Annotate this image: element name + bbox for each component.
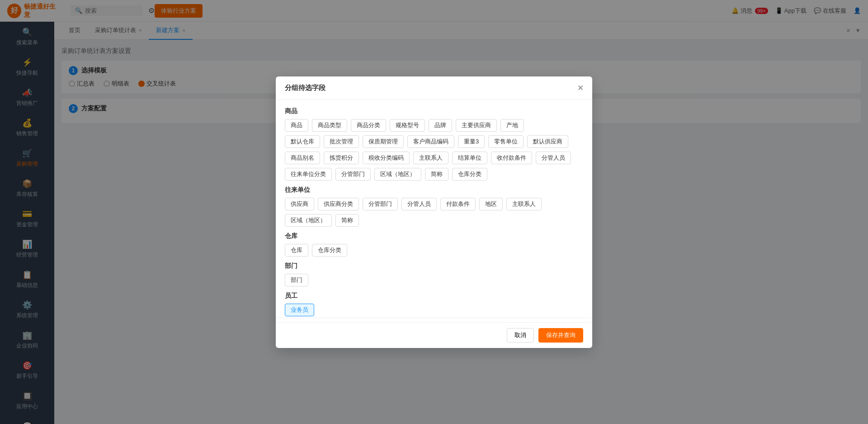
field-from-unit-category[interactable]: 往来单位分类 [285, 168, 332, 181]
modal: 分组待选字段 ✕ 商品 商品 商品类型 商品分类 规格型号 品牌 主要供应商 产… [276, 76, 592, 348]
section-goods-fields-row4: 往来单位分类 分管部门 区域（地区） 简称 仓库分类 [285, 168, 583, 181]
section-goods-fields-row2: 默认仓库 批次管理 保质期管理 客户商品编码 重量3 零售单位 默认供应商 [285, 135, 583, 148]
section-dept-fields: 部门 [285, 274, 583, 286]
modal-close-btn[interactable]: ✕ [577, 84, 583, 92]
field-retail-unit[interactable]: 零售单位 [488, 135, 524, 148]
field-tax-code[interactable]: 税收分类编码 [363, 152, 410, 164]
field-main-contact2[interactable]: 主联系人 [506, 198, 542, 210]
section-warehouse-fields: 仓库 仓库分类 [285, 244, 583, 257]
modal-header: 分组待选字段 ✕ [276, 76, 592, 100]
field-area[interactable]: 地区 [479, 198, 503, 210]
field-main-supplier[interactable]: 主要供应商 [456, 119, 497, 132]
field-supplier-category[interactable]: 供应商分类 [318, 198, 359, 210]
field-brand[interactable]: 品牌 [429, 119, 452, 132]
field-goods-category[interactable]: 商品分类 [351, 119, 386, 132]
section-employee-fields: 业务员 [285, 304, 583, 316]
field-spec-type[interactable]: 规格型号 [390, 119, 425, 132]
modal-footer: 取消 保存并查询 [276, 322, 592, 348]
field-goods-type[interactable]: 商品类型 [312, 119, 347, 132]
field-payment-terms[interactable]: 收付款条件 [491, 152, 532, 164]
field-supplier[interactable]: 供应商 [285, 198, 314, 210]
modal-body: 商品 商品 商品类型 商品分类 规格型号 品牌 主要供应商 产地 默认仓库 批次… [276, 100, 592, 318]
modal-overlay: 分组待选字段 ✕ 商品 商品 商品类型 商品分类 规格型号 品牌 主要供应商 产… [0, 0, 868, 424]
field-goods[interactable]: 商品 [285, 119, 308, 132]
field-weight3[interactable]: 重量3 [458, 135, 485, 148]
section-employee-title: 员工 [285, 292, 583, 300]
field-origin[interactable]: 产地 [500, 119, 524, 132]
field-manager[interactable]: 分管人员 [536, 152, 571, 164]
field-pick-points[interactable]: 拣货积分 [324, 152, 359, 164]
field-warehouse-category[interactable]: 仓库分类 [452, 168, 487, 181]
field-customer-code[interactable]: 客户商品编码 [407, 135, 454, 148]
field-dept[interactable]: 分管部门 [363, 198, 398, 210]
field-manage-dept[interactable]: 分管部门 [335, 168, 371, 181]
field-salesperson[interactable]: 业务员 [285, 304, 314, 316]
modal-horizontal-scrollbar[interactable] [276, 318, 592, 322]
field-dept2[interactable]: 部门 [285, 274, 308, 286]
section-goods-fields-row3: 商品别名 拣货积分 税收分类编码 主联系人 结算单位 收付款条件 分管人员 [285, 152, 583, 164]
field-main-contact[interactable]: 主联系人 [413, 152, 448, 164]
field-short-name2[interactable]: 简称 [335, 214, 359, 227]
field-short-name[interactable]: 简称 [425, 168, 448, 181]
field-goods-alias[interactable]: 商品别名 [285, 152, 320, 164]
field-batch-mgmt[interactable]: 批次管理 [324, 135, 359, 148]
section-warehouse-title: 仓库 [285, 232, 583, 240]
field-payment-cond[interactable]: 付款条件 [440, 198, 476, 210]
field-mgr-staff[interactable]: 分管人员 [401, 198, 437, 210]
field-wh[interactable]: 仓库 [285, 244, 308, 257]
section-dept-title: 部门 [285, 262, 583, 270]
section-counterparty-fields: 供应商 供应商分类 分管部门 分管人员 付款条件 地区 主联系人 [285, 198, 583, 210]
section-goods-title: 商品 [285, 107, 583, 115]
section-goods-fields: 商品 商品类型 商品分类 规格型号 品牌 主要供应商 产地 [285, 119, 583, 132]
section-counterparty-fields-row2: 区域（地区） 简称 [285, 214, 583, 227]
field-settle-unit[interactable]: 结算单位 [452, 152, 487, 164]
field-region2[interactable]: 区域（地区） [285, 214, 332, 227]
save-query-button[interactable]: 保存并查询 [538, 328, 583, 343]
field-wh-category[interactable]: 仓库分类 [312, 244, 347, 257]
field-default-warehouse[interactable]: 默认仓库 [285, 135, 320, 148]
field-region[interactable]: 区域（地区） [374, 168, 421, 181]
modal-title: 分组待选字段 [285, 84, 326, 92]
field-default-supplier[interactable]: 默认供应商 [527, 135, 568, 148]
field-expiry-mgmt[interactable]: 保质期管理 [363, 135, 404, 148]
section-counterparty-title: 往来单位 [285, 186, 583, 194]
cancel-button[interactable]: 取消 [507, 328, 534, 343]
